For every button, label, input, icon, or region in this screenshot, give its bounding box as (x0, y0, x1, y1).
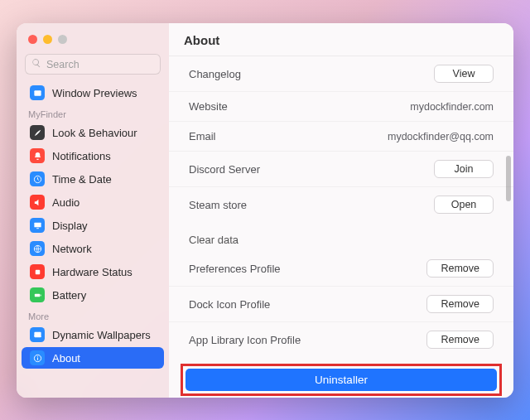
preferences-window: Window Previews MyFinder Look & Behaviou… (17, 23, 513, 398)
info-icon (30, 350, 45, 365)
brush-icon (30, 125, 45, 140)
email-value[interactable]: mydockfinder@qq.com (388, 131, 494, 142)
open-button[interactable]: Open (434, 196, 494, 214)
row-label: Website (189, 100, 228, 113)
row-label: Preferences Profile (189, 263, 281, 275)
remove-dock-button[interactable]: Remove (426, 295, 494, 313)
network-icon (30, 241, 45, 256)
row-steam: Steam store Open (169, 186, 513, 222)
sidebar-item-notifications[interactable]: Notifications (22, 145, 164, 167)
uninstaller-highlight: Uninstaller (181, 364, 502, 396)
sidebar-item-display[interactable]: Display (22, 215, 164, 236)
remove-pref-button[interactable]: Remove (426, 259, 494, 278)
scrollbar[interactable] (506, 156, 511, 201)
row-discord: Discord Server Join (169, 151, 513, 186)
svg-rect-3 (36, 228, 39, 229)
sidebar-item-window-previews[interactable]: Window Previews (22, 82, 164, 104)
zoom-window-button[interactable] (58, 35, 67, 44)
sidebar-item-label: Network (52, 243, 92, 255)
sidebar-item-dynamic-wallpapers[interactable]: Dynamic Wallpapers (22, 324, 164, 345)
sidebar-item-audio[interactable]: Audio (22, 191, 164, 213)
svg-rect-5 (35, 269, 40, 274)
sidebar-item-hardware-status[interactable]: Hardware Status (22, 261, 164, 282)
search-field[interactable] (25, 54, 161, 75)
remove-applib-button[interactable]: Remove (426, 331, 494, 349)
sidebar-item-label: Notifications (52, 150, 111, 162)
svg-rect-2 (34, 222, 41, 227)
sidebar-item-about[interactable]: About (22, 347, 164, 369)
wallpaper-icon (30, 327, 45, 342)
sidebar-item-label: About (52, 352, 80, 364)
sidebar-item-label: Display (52, 220, 88, 232)
svg-rect-10 (37, 357, 38, 360)
clock-icon (30, 171, 45, 186)
battery-icon (30, 287, 45, 302)
row-changelog: Changelog View (169, 56, 513, 91)
display-icon (30, 218, 45, 233)
row-label: Steam store (189, 199, 247, 211)
about-content: Changelog View Website mydockfinder.com … (169, 56, 513, 398)
sidebar-item-label: Audio (52, 196, 80, 209)
sidebar-item-label: Hardware Status (52, 266, 132, 278)
window-icon (30, 85, 45, 100)
sidebar-item-label: Time & Date (52, 173, 112, 186)
close-window-button[interactable] (28, 35, 37, 44)
svg-rect-7 (40, 294, 41, 296)
search-icon (31, 58, 41, 70)
uninstaller-button[interactable]: Uninstaller (186, 369, 497, 391)
row-preferences-profile: Preferences Profile Remove (169, 251, 513, 286)
sidebar-group-more: More (17, 307, 169, 323)
sidebar-item-label: Dynamic Wallpapers (52, 329, 151, 341)
svg-rect-11 (37, 355, 38, 356)
sidebar-item-label: Look & Behaviour (52, 127, 137, 139)
sidebar-item-network[interactable]: Network (22, 238, 164, 259)
view-button[interactable]: View (434, 65, 494, 83)
row-label: Email (189, 130, 216, 142)
svg-rect-0 (34, 90, 41, 95)
row-label: Discord Server (189, 163, 260, 176)
section-clear-data: Clear data (169, 222, 513, 251)
row-dock-icon-profile: Dock Icon Profile Remove (169, 286, 513, 321)
sidebar-item-label: Window Previews (52, 87, 137, 99)
join-button[interactable]: Join (434, 160, 494, 178)
row-email: Email mydockfinder@qq.com (169, 121, 513, 151)
sidebar-item-look-behaviour[interactable]: Look & Behaviour (22, 122, 164, 143)
sidebar: Window Previews MyFinder Look & Behaviou… (17, 23, 169, 398)
speaker-icon (30, 195, 45, 210)
website-value[interactable]: mydockfinder.com (410, 101, 494, 113)
sidebar-item-time-date[interactable]: Time & Date (22, 168, 164, 190)
main-panel: About Changelog View Website mydockfinde… (169, 23, 513, 398)
sidebar-group-myfinder: MyFinder (17, 104, 169, 121)
search-input[interactable] (46, 59, 154, 70)
row-label: Dock Icon Profile (189, 298, 270, 311)
bell-icon (30, 148, 45, 163)
minimize-window-button[interactable] (43, 35, 52, 44)
sidebar-item-label: Battery (52, 289, 86, 302)
window-controls (17, 31, 169, 54)
row-app-library-icon-profile: App Library Icon Profile Remove (169, 321, 513, 357)
svg-rect-6 (34, 293, 39, 297)
cpu-icon (30, 264, 45, 279)
row-website: Website mydockfinder.com (169, 91, 513, 121)
page-title: About (169, 23, 513, 56)
sidebar-item-battery[interactable]: Battery (22, 284, 164, 306)
row-label: App Library Icon Profile (189, 334, 301, 346)
row-label: Changelog (189, 68, 241, 80)
